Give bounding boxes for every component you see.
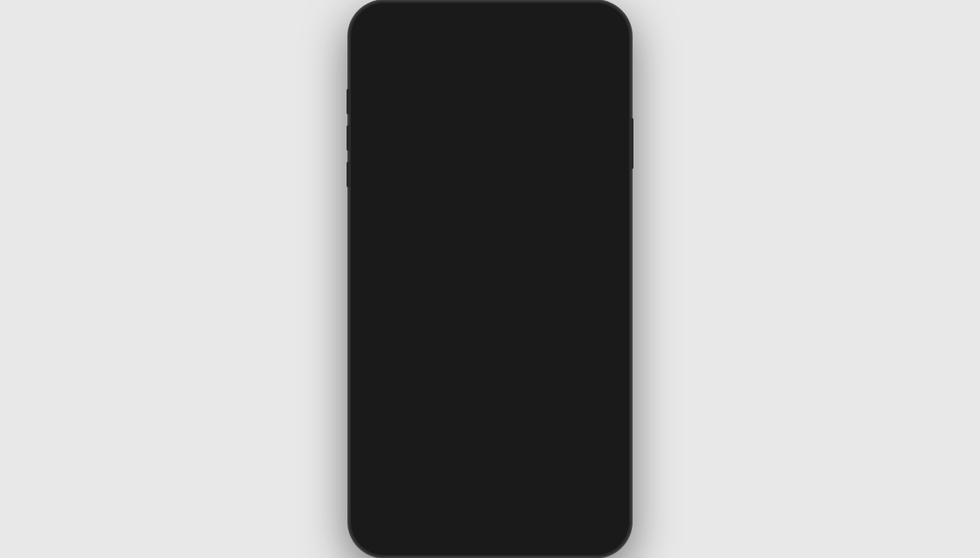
emphasis-reaction-button[interactable]: ‼ [533,112,559,138]
edit-icon: ✏ [581,337,601,353]
heart-reaction-button[interactable]: ♥ [393,112,419,138]
haha-reaction-button[interactable]: HAHA [498,112,524,138]
translate-icon: A 文 [581,420,601,439]
svg-point-8 [593,471,595,472]
copy-menu-item[interactable]: Copy [408,365,616,409]
more-label: More... [422,466,461,481]
phone-wrapper: ♥ 👍 👎 HAHA ‼ ? Hi lamb chop, it's only b… [348,0,632,558]
svg-point-6 [588,471,589,472]
reply-icon: ↩ [581,254,601,271]
question-reaction-button[interactable]: ? [568,112,594,138]
translate-menu-item[interactable]: Translate A 文 [408,409,616,452]
screen-content: ♥ 👍 👎 HAHA ‼ ? Hi lamb chop, it's only b… [357,9,623,549]
edit-menu-item[interactable]: Edit ✏ [408,325,616,365]
edit-label: Edit [422,337,443,352]
svg-rect-0 [589,382,598,391]
copy-label: Copy [422,380,451,394]
phone-screen: ♥ 👍 👎 HAHA ‼ ? Hi lamb chop, it's only b… [357,9,623,549]
copy-icon [581,377,601,396]
svg-point-7 [590,471,592,472]
context-menu: Reply ↩ Undo Send ↩ Edit ✏ Copy [408,242,616,495]
more-icon [581,463,601,483]
undo-send-menu-item[interactable]: Undo Send ↩ [408,283,616,325]
reaction-bar: ♥ 👍 👎 HAHA ‼ ? [379,103,609,147]
thumbsup-reaction-button[interactable]: 👍 [428,112,454,138]
reply-menu-item[interactable]: Reply ↩ [408,242,616,283]
svg-text:A: A [585,423,589,431]
thumbsdown-reaction-button[interactable]: 👎 [463,112,489,138]
undo-send-label: Undo Send [422,296,484,311]
reply-label: Reply [422,255,454,270]
svg-text:文: 文 [592,427,598,434]
translate-label: Translate [422,423,473,437]
more-menu-item[interactable]: More... [408,452,616,495]
undo-send-icon: ↩ [581,295,601,313]
